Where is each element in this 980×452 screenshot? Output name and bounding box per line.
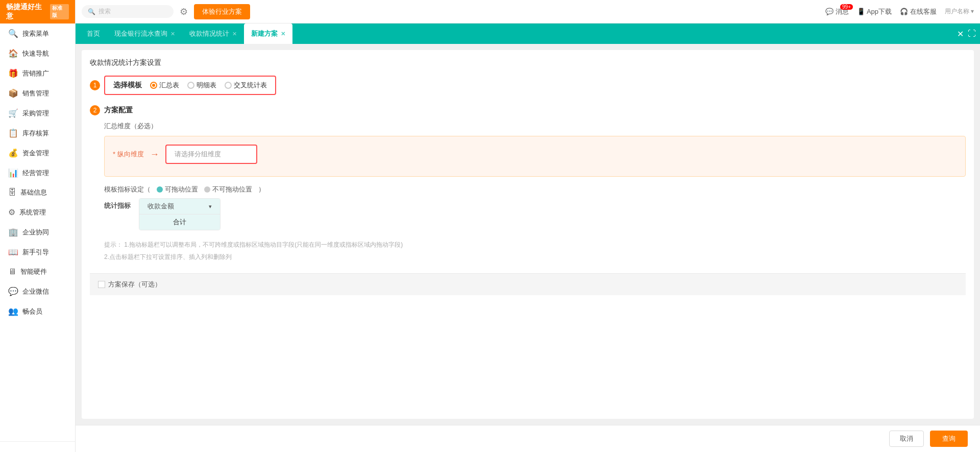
member-icon: 👥 — [8, 306, 18, 316]
sidebar-item-sales[interactable]: 📦销售管理 — [0, 83, 75, 103]
sidebar-item-operation[interactable]: 📊经营管理 — [0, 163, 75, 183]
message-badge[interactable]: 💬 消息 99+ — [825, 7, 849, 16]
dimension-title: 汇总维度（必选） — [104, 122, 966, 131]
save-checkbox[interactable] — [98, 281, 105, 288]
sidebar-item-marketing[interactable]: 🎁营销推广 — [0, 63, 75, 83]
step1-header: 1 选择模板 汇总表 明细表 交叉统计表 — [90, 76, 966, 95]
chevron-down-icon: ▾ — [971, 8, 974, 15]
tab-label-home: 首页 — [87, 29, 100, 38]
col-dropdown-icon[interactable]: ▾ — [209, 203, 212, 210]
save-label: 方案保存（可选） — [108, 280, 161, 289]
radio-summary[interactable]: 汇总表 — [150, 81, 179, 90]
tab-new_plan[interactable]: 新建方案✕ — [244, 23, 292, 44]
tab-home[interactable]: 首页 — [80, 23, 107, 44]
stat-label-area: 统计指标 — [104, 198, 135, 230]
sales-icon: 📦 — [8, 88, 18, 98]
action-bar: 取消 查询 — [76, 425, 980, 452]
sidebar-item-quicknav[interactable]: 🏠快速导航 — [0, 43, 75, 63]
radio-label-summary: 汇总表 — [159, 81, 179, 90]
tab-collection_stats[interactable]: 收款情况统计✕ — [182, 23, 244, 44]
tabbar-actions: ✕ ⛶ — [957, 29, 976, 39]
sidebar-item-guide[interactable]: 📖新手引导 — [0, 242, 75, 262]
sidebar-item-wechat[interactable]: 💬企业微信 — [0, 281, 75, 301]
tab-cashflow[interactable]: 现金银行流水查询✕ — [107, 23, 182, 44]
dimension-row: * 纵向维度 → 请选择分组维度 — [113, 145, 957, 164]
sidebar-item-purchase[interactable]: 🛒采购管理 — [0, 103, 75, 123]
sidebar-item-search[interactable]: 🔍搜索菜单 — [0, 23, 75, 43]
tip-item: 提示： 1.拖动标题栏可以调整布局，不可跨维度或指标区域拖动目字段(只能在同一维… — [104, 239, 966, 251]
vertical-dim-label: * 纵向维度 — [113, 150, 144, 159]
sidebar-item-member[interactable]: 👥畅会员 — [0, 301, 75, 321]
sidebar-label-base: 基础信息 — [20, 188, 47, 197]
sidebar-item-inventory[interactable]: 📋库存核算 — [0, 123, 75, 143]
hardware-icon: 🖥 — [8, 267, 16, 276]
download-label: App下载 — [867, 8, 892, 15]
system-icon: ⚙ — [8, 207, 15, 217]
topbar-search[interactable]: 🔍 搜索 — [82, 5, 174, 18]
tips-area: 提示： 1.拖动标题栏可以调整布局，不可跨维度或指标区域拖动目字段(只能在同一维… — [104, 239, 966, 263]
step1-num: 1 — [90, 80, 100, 90]
logo-text: 畅捷通好生意 — [6, 3, 48, 21]
app-download[interactable]: 📱 App下载 — [857, 7, 892, 16]
sidebar: 畅捷通好生意 标准版 🔍搜索菜单🏠快速导航🎁营销推广📦销售管理🛒采购管理📋库存核… — [0, 0, 76, 452]
user-label: 用户名称 — [945, 8, 969, 15]
tab-close-new_plan[interactable]: ✕ — [281, 31, 285, 37]
sidebar-label-member: 畅会员 — [22, 307, 42, 316]
save-checkbox-row[interactable]: 方案保存（可选） — [98, 280, 958, 289]
wechat-icon: 💬 — [8, 287, 18, 296]
sidebar-label-guide: 新手引导 — [22, 248, 49, 257]
step1-section: 1 选择模板 汇总表 明细表 交叉统计表 — [90, 76, 966, 95]
radio-label-cross: 交叉统计表 — [234, 81, 267, 90]
step2-body: 汇总维度（必选） * 纵向维度 → 请选择分组维度 模板 — [90, 122, 966, 263]
draggable-dot — [157, 186, 163, 193]
radio-cross[interactable]: 交叉统计表 — [225, 81, 267, 90]
step2-section: 2 方案配置 汇总维度（必选） * 纵向维度 → 请选择分组维度 — [90, 105, 966, 263]
template-radio-group: 汇总表 明细表 交叉统计表 — [150, 81, 267, 90]
sidebar-label-search: 搜索菜单 — [22, 29, 49, 38]
metrics-config: 模板指标设定（ 可拖动位置 不可拖动位置 ） — [104, 185, 966, 230]
sidebar-logo: 畅捷通好生意 标准版 — [0, 0, 75, 23]
sidebar-item-base[interactable]: 🗄基础信息 — [0, 183, 75, 202]
tab-close-cashflow[interactable]: ✕ — [170, 31, 175, 37]
maximize-icon[interactable]: ⛶ — [968, 29, 976, 39]
sidebar-item-enterprise[interactable]: 🏢企业协同 — [0, 222, 75, 242]
tab-close-collection_stats[interactable]: ✕ — [232, 31, 237, 37]
cancel-button[interactable]: 取消 — [889, 431, 924, 447]
radio-circle-detail — [187, 82, 194, 89]
dimension-select[interactable]: 请选择分组维度 — [165, 145, 257, 164]
sidebar-item-hardware[interactable]: 🖥智能硬件 — [0, 262, 75, 281]
footer-section: 方案保存（可选） — [90, 273, 966, 295]
page-title: 收款情况统计方案设置 — [90, 58, 966, 67]
sidebar-label-marketing: 营销推广 — [22, 69, 49, 78]
main-content: 🔍 搜索 ⚙ 体验行业方案 💬 消息 99+ 📱 App下载 🎧 在线客服 用户… — [76, 0, 980, 452]
metrics-table: 收款金额 ▾ 合计 — [139, 198, 220, 230]
inventory-icon: 📋 — [8, 128, 18, 138]
metrics-col-header: 收款金额 ▾ — [139, 199, 220, 215]
industry-button[interactable]: 体验行业方案 — [194, 4, 250, 19]
search-placeholder: 搜索 — [99, 7, 111, 16]
user-name[interactable]: 用户名称 ▾ — [945, 7, 974, 16]
fixed-toggle: 不可拖动位置 — [204, 185, 252, 194]
sidebar-label-enterprise: 企业协同 — [22, 228, 49, 237]
metrics-total-cell: 合计 — [139, 215, 220, 230]
online-service[interactable]: 🎧 在线客服 — [900, 7, 937, 16]
gear-icon[interactable]: ⚙ — [180, 6, 188, 17]
draggable-label: 可拖动位置 — [165, 185, 198, 194]
sidebar-label-inventory: 库存核算 — [22, 129, 49, 138]
sidebar-label-purchase: 采购管理 — [22, 109, 49, 118]
step2-title: 方案配置 — [104, 106, 133, 115]
query-button[interactable]: 查询 — [930, 431, 968, 447]
fixed-dot — [204, 186, 210, 193]
sidebar-item-finance[interactable]: 💰资金管理 — [0, 143, 75, 163]
radio-detail[interactable]: 明细表 — [187, 81, 216, 90]
fixed-label: 不可拖动位置 — [212, 185, 252, 194]
step2-header: 2 方案配置 — [90, 105, 966, 115]
sidebar-item-system[interactable]: ⚙系统管理 — [0, 202, 75, 222]
template-selection-box: 选择模板 汇总表 明细表 交叉统计表 — [104, 76, 276, 95]
close-paren: ） — [258, 185, 265, 194]
sidebar-label-quicknav: 快速导航 — [22, 49, 49, 58]
metrics-title: 模板指标设定（ — [104, 185, 151, 194]
draggable-toggle: 可拖动位置 — [157, 185, 198, 194]
tip-item: 2.点击标题栏下拉可设置排序、插入列和删除列 — [104, 251, 966, 263]
close-window-icon[interactable]: ✕ — [957, 29, 964, 39]
